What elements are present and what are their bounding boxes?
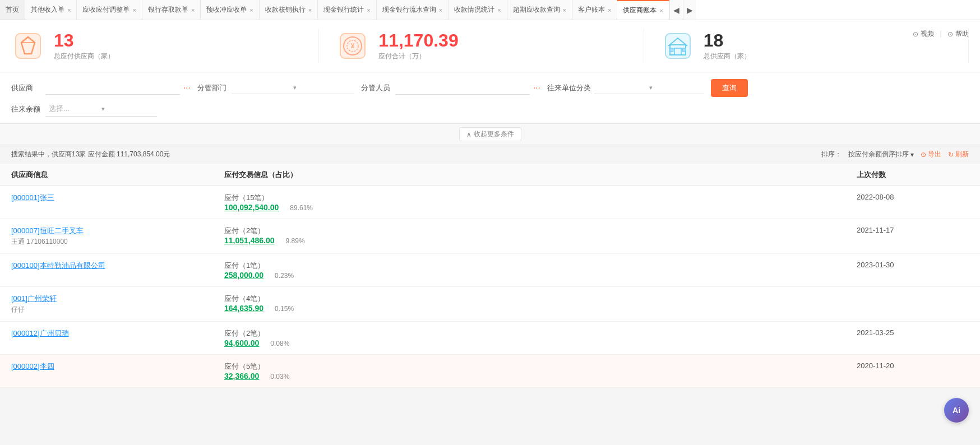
close-icon[interactable]: × [132,7,136,13]
card-content-2: 11,170.39 应付合计（万） [378,31,458,61]
nav-tab-1[interactable]: 其他收入单 × [25,0,77,20]
close-icon[interactable]: × [659,7,663,14]
supplier-label: 供应商 [11,83,42,93]
result-summary-text: 搜索结果中，供应商13家 应付金额 111,703,854.00元 [11,150,170,159]
nav-tab-6-label: 现金银行统计 [323,5,364,15]
transaction-cell-5: 应付（5笔） 32,366.00 0.03% [224,361,857,381]
shop-icon [661,29,695,63]
nav-tab-8[interactable]: 收款情况统计 × [449,0,507,20]
amount-link-1[interactable]: 11,051,486.00 [224,236,275,245]
close-icon[interactable]: × [439,7,442,13]
supplier-link-3[interactable]: [001]广州荣轩 [11,294,224,304]
amount-link-5[interactable]: 32,366.00 [224,372,259,381]
filter-category: 往来单位分类 ▾ [547,82,704,94]
category-label: 往来单位分类 [547,83,591,93]
filter-supplier: 供应商 ··· [11,81,191,95]
card-content-3: 18 总供应商（家） [704,31,751,61]
result-bar-right: 排序： 按应付余额倒序排序 ▾ ⊙ 导出 ↻ 刷新 [821,150,969,159]
total-suppliers: 18 [704,31,751,49]
last-pay-cell-0: 2022-08-08 [857,193,969,201]
balance-select[interactable]: 选择... ▾ [45,101,157,117]
close-icon[interactable]: × [563,7,566,13]
chevron-down-icon: ▾ [293,84,352,91]
result-bar: 搜索结果中，供应商13家 应付金额 111,703,854.00元 排序： 按应… [0,145,980,164]
card-content-1: 13 总应付供应商（家） [54,31,114,61]
nav-tab-5[interactable]: 收款核销执行 × [260,0,318,20]
transaction-cell-3: 应付（4笔） 164,635.90 0.15% [224,294,857,313]
nav-scroll-left[interactable]: ◀ [669,0,683,20]
nav-tab-3[interactable]: 银行存取款单 × [142,0,201,20]
nav-tab-8-label: 收款情况统计 [454,5,494,15]
nav-tab-7-label: 现金银行流水查询 [382,5,436,15]
supplier-cell-5: [000002]李四 [11,361,224,372]
nav-tab-4-label: 预收冲应收单 [206,5,247,15]
col-header-transaction: 应付交易信息（占比） [224,170,857,180]
nav-tab-6[interactable]: 现金银行统计 × [318,0,376,20]
summary-card-suppliers: 13 总应付供应商（家） [11,29,319,63]
last-pay-cell-4: 2021-03-25 [857,328,969,337]
close-icon[interactable]: × [191,7,195,13]
transaction-cell-4: 应付（2笔） 94,600.00 0.08% [224,328,857,347]
table-header: 供应商信息 应付交易信息（占比） 上次付数 [0,164,980,186]
filter-row-1: 供应商 ··· 分管部门 ▾ 分管人员 ··· 往来单位分类 ▾ 查询 [11,79,969,97]
chevron-up-icon: ∧ [466,131,471,138]
export-button[interactable]: ⊙ 导出 [921,150,941,159]
nav-tab-10[interactable]: 客户账本 × [572,0,617,20]
nav-scroll-right[interactable]: ▶ [683,0,696,20]
dept-select[interactable]: ▾ [232,82,354,94]
close-icon[interactable]: × [367,7,370,13]
category-select[interactable]: ▾ [594,82,704,94]
svg-rect-13 [682,48,686,52]
collapse-label: 收起更多条件 [474,129,514,139]
summary-area: 13 总应付供应商（家） ¥ 11,170.39 应付合计（万） [0,20,980,72]
help-link[interactable]: 帮助 [955,29,969,39]
supplier-link-0[interactable]: [000001]张三 [11,193,224,203]
total-payable-suppliers: 13 [54,31,114,49]
supplier-link-5[interactable]: [000002]李四 [11,361,224,372]
svg-text:¥: ¥ [351,42,355,50]
transaction-cell-1: 应付（2笔） 11,051,486.00 9.89% [224,226,857,245]
diamond-icon [11,29,45,63]
summary-card-amount: ¥ 11,170.39 应付合计（万） [319,29,644,63]
more-dots-icon-2[interactable]: ··· [533,83,540,93]
svg-rect-12 [670,48,673,52]
collapse-button[interactable]: ∧ 收起更多条件 [459,127,521,141]
sort-dropdown[interactable]: 按应付余额倒序排序 ▾ [848,150,914,159]
query-button[interactable]: 查询 [711,79,748,97]
main-table: 供应商信息 应付交易信息（占比） 上次付数 [000001]张三 应付（15笔）… [0,164,980,388]
close-icon[interactable]: × [67,7,71,13]
circle-icon: ⊙ [913,30,918,38]
col-header-supplier: 供应商信息 [11,170,224,180]
filter-area: 供应商 ··· 分管部门 ▾ 分管人员 ··· 往来单位分类 ▾ 查询 [0,72,980,124]
close-icon[interactable]: × [608,7,611,13]
supplier-link-4[interactable]: [000012]广州贝瑞 [11,328,224,339]
nav-tab-7[interactable]: 现金银行流水查询 × [377,0,449,20]
nav-tab-home[interactable]: 首页 [0,0,25,20]
supplier-link-2[interactable]: [000100]本特勒油品有限公司 [11,261,224,271]
card-label-3: 总供应商（家） [704,52,751,61]
nav-tab-11[interactable]: 供应商账本 × [617,0,669,20]
amount-link-2[interactable]: 258,000.00 [224,271,264,280]
nav-tab-9[interactable]: 超期应收款查询 × [507,0,572,20]
nav-tab-2[interactable]: 应收应付调整单 × [77,0,142,20]
amount-link-3[interactable]: 164,635.90 [224,304,264,313]
nav-tab-2-label: 应收应付调整单 [82,5,130,15]
close-icon[interactable]: × [308,7,312,13]
supplier-link-1[interactable]: [000007]恒旺二手叉车 [11,226,224,236]
supplier-cell-1: [000007]恒旺二手叉车 王通 17106110000 [11,226,224,247]
amount-link-0[interactable]: 100,092,540.00 [224,203,279,212]
close-icon[interactable]: × [497,7,501,13]
amount-link-4[interactable]: 94,600.00 [224,339,259,347]
person-input[interactable] [395,81,530,95]
person-label: 分管人员 [361,83,392,93]
close-icon[interactable]: × [249,7,253,13]
nav-tab-home-label: 首页 [6,5,19,15]
card-label-1: 总应付供应商（家） [54,52,114,61]
refresh-button[interactable]: ↻ 刷新 [948,150,969,159]
more-dots-icon[interactable]: ··· [183,83,191,93]
nav-tab-3-label: 银行存取款单 [148,5,188,15]
supplier-input[interactable] [45,81,180,95]
table-row: [000002]李四 应付（5笔） 32,366.00 0.03% 2020-1… [0,355,980,388]
video-link[interactable]: 视频 [921,29,934,39]
nav-tab-4[interactable]: 预收冲应收单 × [201,0,259,20]
